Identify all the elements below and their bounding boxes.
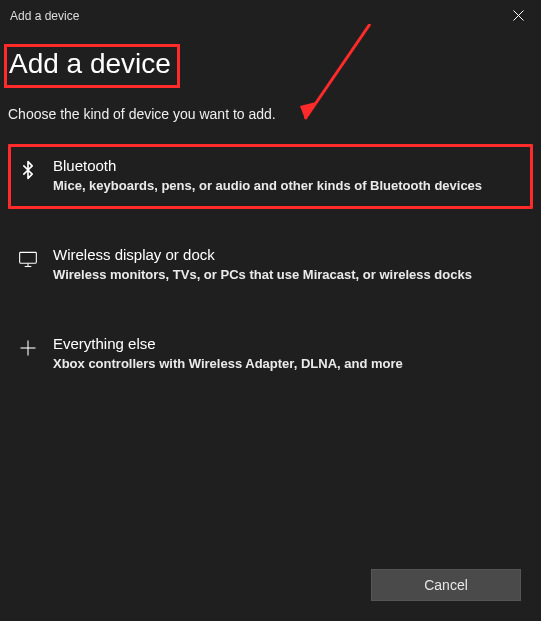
plus-icon	[17, 337, 39, 359]
content-area: Add a device Choose the kind of device y…	[0, 32, 541, 387]
close-button[interactable]	[496, 0, 541, 32]
cancel-button[interactable]: Cancel	[371, 569, 521, 601]
option-everything-else[interactable]: Everything else Xbox controllers with Wi…	[8, 322, 533, 387]
option-wireless-display[interactable]: Wireless display or dock Wireless monito…	[8, 233, 533, 298]
option-title: Everything else	[53, 335, 403, 352]
option-title: Wireless display or dock	[53, 246, 472, 263]
option-texts: Bluetooth Mice, keyboards, pens, or audi…	[53, 157, 482, 194]
window-title: Add a device	[10, 9, 79, 23]
page-title: Add a device	[9, 47, 171, 81]
option-texts: Wireless display or dock Wireless monito…	[53, 246, 472, 283]
option-title: Bluetooth	[53, 157, 482, 174]
page-subtitle: Choose the kind of device you want to ad…	[8, 106, 533, 122]
device-type-list: Bluetooth Mice, keyboards, pens, or audi…	[8, 144, 533, 388]
titlebar: Add a device	[0, 0, 541, 32]
option-desc: Wireless monitors, TVs, or PCs that use …	[53, 267, 472, 283]
option-texts: Everything else Xbox controllers with Wi…	[53, 335, 403, 372]
svg-rect-2	[20, 252, 37, 263]
heading-highlight-box: Add a device	[4, 44, 180, 88]
option-desc: Xbox controllers with Wireless Adapter, …	[53, 356, 403, 372]
bluetooth-icon	[17, 159, 39, 181]
close-icon	[513, 7, 524, 25]
monitor-icon	[17, 248, 39, 270]
option-desc: Mice, keyboards, pens, or audio and othe…	[53, 178, 482, 194]
dialog-footer: Cancel	[371, 569, 521, 601]
option-bluetooth[interactable]: Bluetooth Mice, keyboards, pens, or audi…	[8, 144, 533, 209]
